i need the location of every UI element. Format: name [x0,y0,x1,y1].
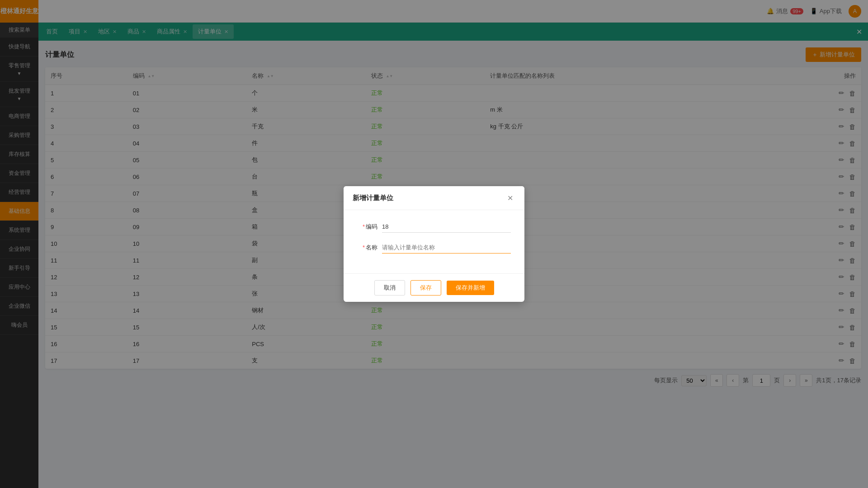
save-button[interactable]: 保存 [410,280,441,296]
modal-close-button[interactable]: ✕ [505,192,515,203]
cancel-button[interactable]: 取消 [374,280,405,296]
modal-overlay[interactable]: 新增计量单位 ✕ *编码 *名称 取消 保存 保存并新增 [0,0,868,488]
modal-title: 新增计量单位 [353,194,393,202]
save-continue-button[interactable]: 保存并新增 [447,281,494,295]
form-item-code: *编码 [357,221,511,233]
code-input[interactable] [382,221,511,233]
code-label: *编码 [357,223,377,231]
modal-add-unit: 新增计量单位 ✕ *编码 *名称 取消 保存 保存并新增 [344,186,524,302]
form-item-name: *名称 [357,242,511,253]
modal-body: *编码 *名称 [344,210,524,273]
name-label: *名称 [357,244,377,252]
name-input[interactable] [382,242,511,253]
modal-footer: 取消 保存 保存并新增 [344,273,524,302]
modal-header: 新增计量单位 ✕ [344,186,524,210]
